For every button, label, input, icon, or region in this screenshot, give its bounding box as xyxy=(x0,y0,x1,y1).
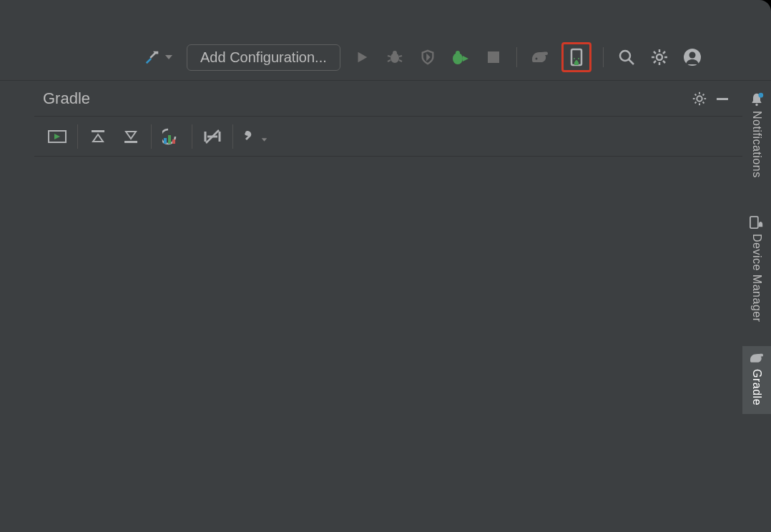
collapse-all-icon xyxy=(123,129,139,144)
svg-line-2 xyxy=(388,56,391,56)
svg-rect-42 xyxy=(172,139,175,144)
toolbar-separator xyxy=(603,47,604,67)
debug-button[interactable] xyxy=(383,46,406,69)
svg-line-21 xyxy=(654,51,656,54)
svg-point-48 xyxy=(759,93,764,98)
analyzer-icon xyxy=(162,128,181,145)
svg-rect-36 xyxy=(717,98,728,100)
svg-point-26 xyxy=(689,52,695,59)
svg-line-33 xyxy=(703,102,704,103)
task-settings-button[interactable] xyxy=(242,125,267,148)
gear-icon xyxy=(692,91,707,107)
minimize-icon xyxy=(715,92,730,106)
svg-point-47 xyxy=(755,104,757,106)
panel-title: Gradle xyxy=(43,89,90,108)
profiler-button[interactable] xyxy=(449,46,472,69)
analyzer-button[interactable] xyxy=(160,125,183,148)
coverage-button[interactable] xyxy=(416,46,439,69)
build-button[interactable] xyxy=(141,46,177,69)
toolbar-separator xyxy=(151,124,152,149)
notifications-tab[interactable]: Notifications xyxy=(742,87,771,187)
main-toolbar: Add Configuration... xyxy=(0,0,771,80)
dropdown-triangle-icon xyxy=(164,54,173,60)
svg-line-35 xyxy=(703,94,704,95)
svg-rect-41 xyxy=(168,135,171,144)
svg-line-4 xyxy=(388,60,391,61)
svg-point-1 xyxy=(393,51,397,55)
svg-line-24 xyxy=(663,51,665,54)
task-settings-icon xyxy=(242,129,260,144)
bell-icon xyxy=(750,92,764,107)
gradle-tree-area[interactable] xyxy=(34,157,742,532)
expand-all-button[interactable] xyxy=(87,125,109,148)
search-button[interactable] xyxy=(615,46,638,69)
expand-all-icon xyxy=(90,129,106,144)
right-tool-strip: Notifications Device Manager Gradle xyxy=(742,80,771,532)
gradle-toolbar xyxy=(34,117,742,157)
toolbar-separator xyxy=(516,47,517,67)
svg-point-7 xyxy=(456,51,460,55)
debug-bug-icon xyxy=(386,49,403,66)
dropdown-triangle-icon xyxy=(261,137,267,142)
add-configuration-button[interactable]: Add Configuration... xyxy=(187,44,340,71)
panel-settings-button[interactable] xyxy=(688,87,711,110)
svg-rect-8 xyxy=(488,51,499,63)
svg-rect-11 xyxy=(574,62,579,65)
account-icon xyxy=(683,48,702,66)
gradle-elephant-icon xyxy=(749,352,765,365)
collapse-all-button[interactable] xyxy=(119,125,142,148)
account-button[interactable] xyxy=(681,46,704,69)
panel-minimize-button[interactable] xyxy=(711,87,734,110)
toggle-offline-icon xyxy=(203,129,222,144)
gradle-sync-icon xyxy=(531,49,549,65)
gradle-label: Gradle xyxy=(750,369,763,405)
svg-line-23 xyxy=(654,61,656,63)
coverage-shield-icon xyxy=(420,49,436,66)
svg-rect-39 xyxy=(124,141,137,143)
svg-point-14 xyxy=(620,51,630,61)
stop-icon xyxy=(486,50,501,64)
gradle-tab[interactable]: Gradle xyxy=(742,346,771,414)
gradle-sync-button[interactable] xyxy=(529,46,551,69)
profiler-icon xyxy=(451,49,470,66)
svg-point-9 xyxy=(535,58,537,60)
settings-gear-icon xyxy=(651,49,668,66)
svg-rect-40 xyxy=(164,138,167,144)
stop-button[interactable] xyxy=(482,46,505,69)
run-play-icon xyxy=(354,49,370,65)
offline-mode-button[interactable] xyxy=(201,125,224,148)
svg-rect-38 xyxy=(92,130,104,132)
run-button[interactable] xyxy=(350,46,373,69)
svg-line-32 xyxy=(695,94,697,95)
device-manager-tab[interactable]: Device Manager xyxy=(742,210,771,331)
notifications-label: Notifications xyxy=(750,111,763,178)
toolbar-separator xyxy=(192,124,192,149)
gradle-tool-window: Gradle xyxy=(34,80,742,532)
running-devices-highlight xyxy=(561,42,591,72)
toolbar-separator xyxy=(77,124,78,149)
panel-header: Gradle xyxy=(34,81,742,117)
device-manager-label: Device Manager xyxy=(750,234,763,322)
svg-rect-49 xyxy=(750,216,758,227)
search-icon xyxy=(618,49,635,66)
settings-button[interactable] xyxy=(648,46,671,69)
svg-line-22 xyxy=(663,61,665,63)
svg-line-34 xyxy=(695,102,697,103)
svg-line-3 xyxy=(399,56,402,56)
running-devices-icon xyxy=(568,48,585,66)
toolbar-separator xyxy=(232,124,233,149)
execute-task-icon xyxy=(48,129,67,144)
running-devices-button[interactable] xyxy=(565,46,588,69)
svg-point-16 xyxy=(657,54,662,60)
device-manager-icon xyxy=(749,215,765,230)
svg-point-27 xyxy=(697,96,702,101)
build-hammer-icon xyxy=(144,49,160,65)
left-tool-strip xyxy=(0,80,34,532)
svg-line-15 xyxy=(629,59,634,64)
execute-task-button[interactable] xyxy=(46,125,69,148)
svg-line-5 xyxy=(399,60,402,61)
